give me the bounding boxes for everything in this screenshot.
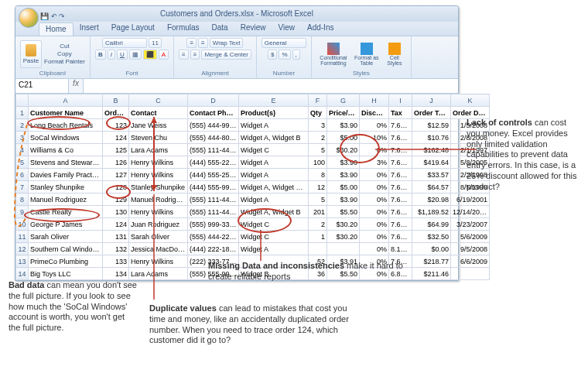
header-cell[interactable]: Order Total [412,107,451,119]
cell[interactable]: 6/6/2009 [451,255,490,268]
col-header[interactable]: I [389,94,412,107]
cell[interactable]: 123 [103,119,129,132]
cell[interactable]: $3.90 [327,194,360,206]
bold-button[interactable]: B [95,50,106,60]
cell[interactable]: $5.00 [327,181,360,194]
cell[interactable]: (555) 999-3333 [188,218,239,231]
cell[interactable]: (555) 111-4444 [188,194,239,206]
row-header[interactable]: 14 [16,268,29,280]
office-button[interactable] [19,8,39,28]
col-header[interactable]: K [451,94,490,107]
cell[interactable]: (555) 111-4444 [188,144,239,156]
cut-button[interactable]: Cut [44,43,85,50]
cell[interactable]: 7.61% [389,181,412,194]
cell[interactable]: $30.20 [327,231,360,243]
cell[interactable]: Widget A [239,194,309,206]
cell[interactable] [451,268,490,280]
cell[interactable]: Widget A, Widget C, D [239,181,309,194]
cell[interactable]: Stanley Shunpike [29,181,103,194]
cell[interactable]: 7.60% [389,169,412,181]
cell[interactable]: (555) 444-9999 [188,119,239,132]
cell[interactable]: 129 [103,194,129,206]
header-cell[interactable]: Order # [103,107,129,119]
header-cell[interactable]: Price/Unit [327,107,360,119]
cell[interactable]: Manuel Rodriguez [29,194,103,206]
cell[interactable]: $3.90 [327,119,360,132]
cell[interactable]: 9/5/2008 [451,243,490,255]
cell[interactable]: 133 [103,255,129,268]
cell[interactable]: 6/19/2001 [451,194,490,206]
cell[interactable]: 201 [309,206,327,218]
cell[interactable]: $5.50 [327,206,360,218]
cell[interactable]: 132 [103,243,129,255]
cell[interactable]: 7.60% [389,206,412,218]
cell[interactable]: 7.60% [389,231,412,243]
cell[interactable]: Henry Wilkins [129,206,188,218]
cell[interactable]: 0% [360,231,389,243]
fx-icon[interactable]: fx [69,79,84,93]
cell[interactable]: Stevens and Stewart LLC [29,156,103,169]
cell[interactable] [327,243,360,255]
cell[interactable]: $3.90 [327,169,360,181]
cell[interactable]: $30.20 [327,144,360,156]
col-header[interactable]: E [239,94,309,107]
cell[interactable]: (444) 222-1893 [188,243,239,255]
cell[interactable]: Lara Adams [129,268,188,280]
cell[interactable]: 3% [360,156,389,169]
header-cell[interactable]: Product(s) [239,107,309,119]
cell[interactable]: 2 [309,218,327,231]
header-cell[interactable]: Tax [389,107,412,119]
cell[interactable]: Stanley Shunpike [129,181,188,194]
col-header[interactable] [16,94,29,107]
cell[interactable]: $12.59 [412,119,451,132]
tab-insert[interactable]: Insert [74,22,105,36]
cell[interactable]: SoCal Windows [29,132,103,144]
tab-data[interactable]: Data [206,22,234,36]
row-header[interactable]: 9 [16,206,29,218]
cell[interactable]: 5 [309,194,327,206]
cell[interactable]: George P James [29,218,103,231]
cell[interactable]: $32.50 [412,231,451,243]
cell[interactable]: 0% [360,243,389,255]
tab-page-layout[interactable]: Page Layout [105,22,161,36]
cell[interactable]: 100 [309,156,327,169]
cell[interactable]: (444) 555-2555 [188,169,239,181]
col-header[interactable]: F [309,94,327,107]
font-color-button[interactable]: A [159,50,169,60]
number-format[interactable]: General [262,38,306,48]
italic-button[interactable]: I [108,50,115,60]
cell[interactable]: 128 [103,181,129,194]
cell[interactable]: 3 [309,119,327,132]
row-header[interactable]: 5 [16,156,29,169]
format-as-table-button[interactable]: Format as Table [353,43,381,66]
cell[interactable]: Davies Family Practice [29,169,103,181]
cell[interactable]: $0.00 [412,243,451,255]
cell[interactable]: $162.48 [412,144,451,156]
header-cell[interactable]: Qty [309,107,327,119]
cell[interactable]: Williams & Co [29,144,103,156]
cell[interactable]: 12 [309,181,327,194]
col-header[interactable]: J [412,94,451,107]
align-mid[interactable]: ≡ [198,38,208,48]
cell[interactable]: Sarah Oliver [29,231,103,243]
cell[interactable]: 134 [103,268,129,280]
format-painter-button[interactable]: Format Painter [44,58,85,65]
align-top[interactable]: ≡ [186,38,197,48]
header-cell[interactable]: Discount [360,107,389,119]
tab-home[interactable]: Home [39,22,74,36]
cell[interactable]: $20.98 [412,194,451,206]
cell[interactable]: 8 [309,169,327,181]
cell[interactable]: 1 [309,231,327,243]
col-header[interactable]: C [129,94,188,107]
cell[interactable]: 7.60% [389,144,412,156]
cell[interactable]: 0% [360,144,389,156]
cell[interactable]: 8.10% [389,243,412,255]
cell[interactable]: $30.20 [327,218,360,231]
border-button[interactable]: ▦ [129,50,142,60]
row-header[interactable]: 8 [16,194,29,206]
col-header[interactable]: D [188,94,239,107]
cell[interactable]: 0% [360,169,389,181]
cell[interactable]: 126 [103,156,129,169]
header-cell[interactable]: Customer Name [29,107,103,119]
underline-button[interactable]: U [117,50,128,60]
